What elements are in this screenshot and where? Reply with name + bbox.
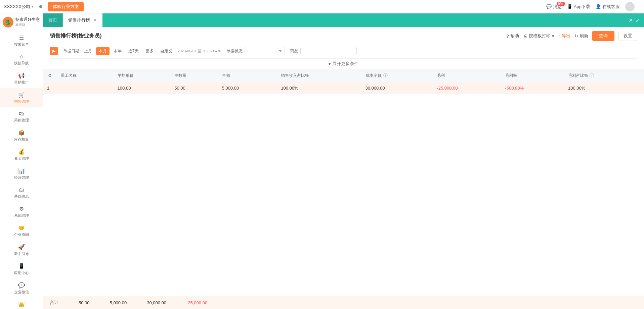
goods-input[interactable] <box>300 47 357 55</box>
sidebar-label-system: 系统管理 <box>14 213 29 218</box>
wechat-icon: 💬 <box>18 282 25 289</box>
cell-name <box>56 82 114 94</box>
message-button[interactable]: 💬 消息 99+ <box>546 4 562 10</box>
cost-help-icon[interactable]: ⓘ <box>383 73 388 78</box>
sidebar-item-cooperation[interactable]: 🤝 企业协同 <box>0 221 43 241</box>
col-settings[interactable]: ⚙ <box>43 69 56 82</box>
operation-icon: 📊 <box>18 168 25 174</box>
filter-arrow-btn[interactable]: ▶ <box>50 47 58 55</box>
chevron-down-icon: ▾ <box>32 5 33 8</box>
cell-gross-pct: 100.00% <box>564 82 644 94</box>
tab-sales-rank[interactable]: 销售排行榜 ✕ <box>63 13 102 27</box>
main-layout: 🐉 畅康通好生意 标准版 ☰ 搜索菜单 ⌂ 快捷导航 📢 营销推广 🛒 销售管理… <box>0 13 644 309</box>
status-filter-item: 单据状态 <box>226 47 285 55</box>
sidebar-item-system[interactable]: ⚙ 系统管理 <box>0 202 43 221</box>
apps-icon: 📱 <box>18 263 25 269</box>
logo-text-area: 畅康通好生意 标准版 <box>15 17 40 27</box>
sidebar-item-marketing[interactable]: 📢 营销推广 <box>0 69 43 88</box>
print-button[interactable]: 🖨 按模板打印 ▾ <box>523 33 554 39</box>
industry-button[interactable]: 体验行业方案 <box>48 2 84 11</box>
filter-section: ▶ 单据日期 上月 本月 本年 近7天 更多 自定义 <box>50 44 637 69</box>
export-icon: ↑ <box>558 34 561 39</box>
bottom-bar: 合计 50.00 5,000.00 30,000.00 -25,000.00 <box>43 296 644 309</box>
help-button[interactable]: ? 帮助 <box>506 33 519 39</box>
col-name: 员工名称 <box>56 69 114 82</box>
date-btn-7days[interactable]: 近7天 <box>126 47 141 55</box>
tab-bar: 首页 销售排行榜 ✕ ✕ ⤢ <box>43 13 644 27</box>
sidebar-item-search[interactable]: ☰ 搜索菜单 <box>0 31 43 50</box>
settings-icon[interactable]: ⚙ <box>36 2 45 11</box>
sidebar-label-marketing: 营销推广 <box>14 80 29 85</box>
date-btn-more[interactable]: 更多 <box>143 47 156 55</box>
sidebar-item-inventory[interactable]: 📦 库存核算 <box>0 126 43 145</box>
tab-close-icon[interactable]: ✕ <box>93 18 97 22</box>
footer-amount: 5,000.00 <box>110 300 127 305</box>
sidebar-item-operation[interactable]: 📊 经营管理 <box>0 164 43 184</box>
sidebar-item-wechat[interactable]: 💬 企业微信 <box>0 279 43 298</box>
col-avg-price: 平均单价 <box>114 69 171 82</box>
cell-sales-pct: 100.00% <box>277 82 361 94</box>
sidebar-item-purchase[interactable]: 🛍 采购管理 <box>0 107 43 126</box>
sidebar-item-member[interactable]: 👑 畅会员 <box>0 298 43 309</box>
table-header-row: ⚙ 员工名称 平均单价 主数量 全额 销售收入占比% 成本全额 ⓘ 毛利 毛利率… <box>43 69 644 82</box>
sidebar-item-quick-nav[interactable]: ⌂ 快捷导航 <box>0 50 43 69</box>
export-button[interactable]: ↑ 导出 <box>558 33 571 39</box>
tab-close-window-icon[interactable]: ✕ <box>629 17 633 23</box>
avatar[interactable] <box>625 2 635 11</box>
date-filter: 上月 本月 本年 近7天 更多 自定义 <box>81 47 175 55</box>
col-gross: 毛利 <box>433 69 501 82</box>
sidebar-item-guide[interactable]: 🚀 新手引导 <box>0 241 43 260</box>
sidebar-label-purchase: 采购管理 <box>14 118 29 123</box>
col-sales-pct: 销售收入占比% <box>277 69 361 82</box>
member-icon: 👑 <box>18 301 25 308</box>
date-btn-this-month[interactable]: 本月 <box>96 47 110 55</box>
cell-avg-price: 100.00 <box>114 82 171 94</box>
sidebar-item-finance[interactable]: 💰 资金管理 <box>0 145 43 164</box>
page-header: 销售排行榜(按业务员) ? 帮助 🖨 按模板打印 ▾ ↑ <box>43 27 644 69</box>
top-right-actions: 💬 消息 99+ 📱 App下载 👤 在线客服 <box>546 2 640 11</box>
filter-row: ▶ 单据日期 上月 本月 本年 近7天 更多 自定义 <box>50 44 637 58</box>
logo-name: 畅康通好生意 <box>15 17 40 22</box>
help-label: 帮助 <box>510 33 519 39</box>
cell-main-qty: 50.00 <box>170 82 218 94</box>
footer-cost: 30,000.00 <box>147 300 166 305</box>
basic-icon: 🗂 <box>19 187 24 193</box>
date-filter-item: 单据日期 上月 本月 本年 近7天 更多 自定义 <box>63 47 175 55</box>
date-btn-custom[interactable]: 自定义 <box>158 47 175 55</box>
gross-pct-help-icon[interactable]: ⓘ <box>590 73 594 78</box>
page-settings-button[interactable]: 设置 <box>618 31 637 41</box>
expand-row[interactable]: ▾ 展开更多条件 <box>50 58 637 69</box>
online-service-button[interactable]: 👤 在线客服 <box>596 4 620 10</box>
help-icon: ? <box>506 34 509 39</box>
date-btn-this-year[interactable]: 本年 <box>111 47 124 55</box>
sidebar-label-search: 搜索菜单 <box>14 42 29 47</box>
sidebar-item-basic[interactable]: 🗂 基础信息 <box>0 184 43 202</box>
content-area: 首页 销售排行榜 ✕ ✕ ⤢ 销售排行榜(按业务员) ? 帮助 <box>43 13 644 309</box>
search-icon: ☰ <box>19 35 24 41</box>
refresh-label: 刷新 <box>579 33 588 39</box>
company-selector[interactable]: XXXXXX公司 ▾ <box>4 4 33 10</box>
sidebar-item-apps[interactable]: 📱 应用中心 <box>0 260 43 279</box>
sidebar-label-inventory: 库存核算 <box>14 137 29 142</box>
download-icon: 📱 <box>567 4 572 9</box>
print-label: 按模板打印 <box>529 33 551 39</box>
app-download-button[interactable]: 📱 App下载 <box>567 4 590 10</box>
footer-main-qty: 50.00 <box>79 300 90 305</box>
sidebar-item-sales[interactable]: 🛒 销售管理 <box>0 88 43 107</box>
table-head: ⚙ 员工名称 平均单价 主数量 全额 销售收入占比% 成本全额 ⓘ 毛利 毛利率… <box>43 69 644 82</box>
expand-btn[interactable]: ▾ 展开更多条件 <box>329 61 358 67</box>
marketing-icon: 📢 <box>18 72 25 79</box>
date-btn-last-month[interactable]: 上月 <box>81 47 95 55</box>
expand-chevron-icon: ▾ <box>329 61 331 66</box>
tab-home[interactable]: 首页 <box>43 13 63 27</box>
col-cost: 成本全额 ⓘ <box>361 69 433 82</box>
sales-icon: 🛒 <box>18 92 25 98</box>
query-button[interactable]: 查询 <box>592 31 614 41</box>
page-title: 销售排行榜(按业务员) <box>50 33 102 40</box>
refresh-button[interactable]: ↻ 刷新 <box>574 33 588 39</box>
table-container[interactable]: ⚙ 员工名称 平均单价 主数量 全额 销售收入占比% 成本全额 ⓘ 毛利 毛利率… <box>43 69 644 296</box>
cell-amount: 5,000.00 <box>218 82 277 94</box>
sidebar: 🐉 畅康通好生意 标准版 ☰ 搜索菜单 ⌂ 快捷导航 📢 营销推广 🛒 销售管理… <box>0 13 43 309</box>
status-select[interactable] <box>245 47 285 55</box>
tab-maximize-icon[interactable]: ⤢ <box>636 17 640 23</box>
